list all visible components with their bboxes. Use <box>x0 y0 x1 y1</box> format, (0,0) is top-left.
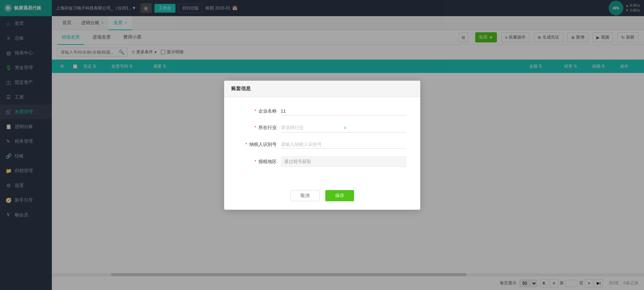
tax-region-label: * 报税地区 <box>238 159 277 165</box>
tax-id-label: * 纳税人识别号 <box>238 141 277 148</box>
modal-header: 账套信息 <box>224 81 420 97</box>
modal-title: 账套信息 <box>231 86 251 91</box>
industry-placeholder: 请选择行业 <box>281 124 344 131</box>
company-name-label: * 企业名称 <box>238 108 277 114</box>
modal-footer: 取消 保存 <box>224 184 420 210</box>
company-name-input[interactable] <box>281 107 406 115</box>
form-row-tax-region: * 报税地区 通过税号获取 <box>238 156 406 167</box>
industry-label: * 所在行业 <box>238 124 277 131</box>
form-row-company-name: * 企业名称 <box>238 107 406 115</box>
required-star-region: * <box>255 159 256 164</box>
industry-dropdown-arrow: ∨ <box>344 125 406 130</box>
tax-region-placeholder: 通过税号获取 <box>284 159 311 164</box>
form-row-industry: * 所在行业 请选择行业 ∨ <box>238 123 406 133</box>
required-star: * <box>255 108 256 114</box>
industry-select[interactable]: 请选择行业 ∨ <box>281 123 406 133</box>
tax-region-readonly: 通过税号获取 <box>281 156 406 167</box>
tax-id-input[interactable] <box>281 140 406 149</box>
form-row-tax-id: * 纳税人识别号 <box>238 140 406 149</box>
modal-overlay[interactable]: 账套信息 * 企业名称 * 所在行业 请选择行业 ∨ <box>0 0 644 290</box>
account-info-modal: 账套信息 * 企业名称 * 所在行业 请选择行业 ∨ <box>224 81 420 210</box>
required-star-tax: * <box>245 142 247 147</box>
modal-body: * 企业名称 * 所在行业 请选择行业 ∨ * <box>224 97 420 184</box>
save-button[interactable]: 保存 <box>325 190 354 201</box>
cancel-button[interactable]: 取消 <box>290 190 320 201</box>
required-star-industry: * <box>255 125 256 130</box>
